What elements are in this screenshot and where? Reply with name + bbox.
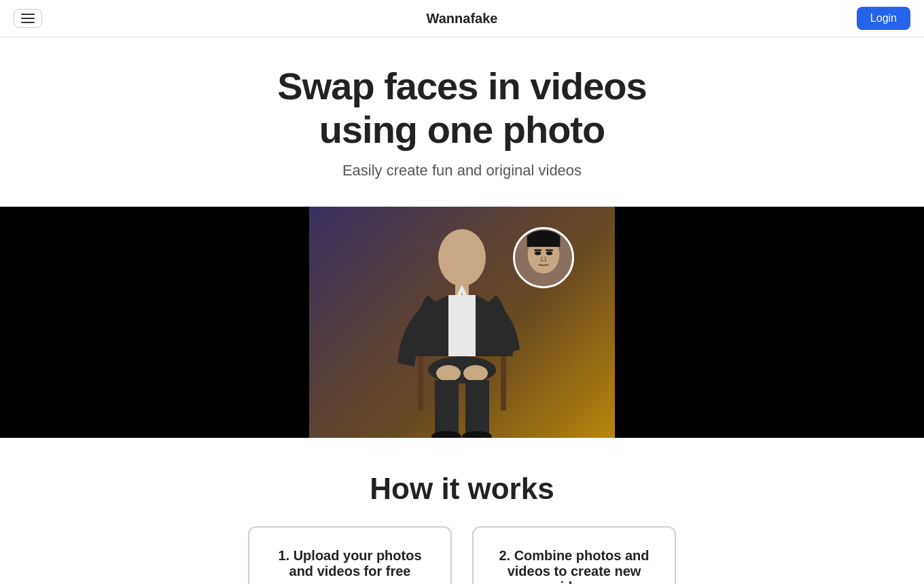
video-demo [0,207,924,438]
how-it-works-title: How it works [14,472,910,506]
svg-rect-19 [534,250,541,251]
hero-title-line1: Swap faces in videos [277,65,646,107]
card2-title: 2. Combine photos and videos to create n… [490,548,658,584]
hero-subtitle: Easily create fun and original videos [14,162,910,179]
hero-section: Swap faces in videos using one photo Eas… [0,37,924,193]
video-center [309,207,615,438]
svg-point-8 [463,365,488,381]
card1-title: 1. Upload your photos and videos for fre… [266,548,434,579]
hamburger-line1 [21,14,35,15]
login-button[interactable]: Login [857,7,910,30]
menu-button[interactable] [14,9,42,28]
hamburger-line2 [21,18,35,19]
svg-point-1 [438,229,486,286]
svg-rect-5 [448,295,476,356]
black-left [0,207,309,438]
black-right [615,207,924,438]
svg-point-18 [546,251,552,255]
hero-title: Swap faces in videos using one photo [14,65,910,152]
hero-title-line2: using one photo [319,108,605,151]
svg-rect-14 [501,356,506,411]
svg-point-17 [535,251,541,255]
svg-rect-10 [465,380,489,434]
navbar: Wannafake Login [0,0,924,37]
svg-point-7 [436,365,461,381]
hamburger-line3 [21,22,35,23]
face-svg [515,227,572,288]
svg-rect-22 [527,235,561,247]
svg-rect-20 [546,250,553,251]
how-it-works-section: How it works 1. Upload your photos and v… [0,438,924,584]
svg-rect-9 [435,380,459,434]
site-title: Wannafake [427,11,498,27]
face-overlay [513,227,574,288]
svg-rect-13 [418,356,423,411]
card-upload: 1. Upload your photos and videos for fre… [248,526,452,584]
card-combine: 2. Combine photos and videos to create n… [472,526,676,584]
cards-row: 1. Upload your photos and videos for fre… [14,526,910,584]
